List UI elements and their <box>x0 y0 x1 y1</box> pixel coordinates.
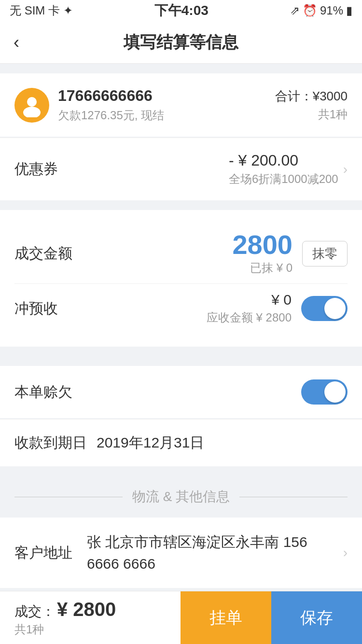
svg-point-0 <box>27 97 37 107</box>
coupon-label: 优惠券 <box>14 159 58 179</box>
round-button[interactable]: 抹零 <box>302 241 348 266</box>
duedate-section: 收款到期日 2019年12月31日 <box>0 419 362 466</box>
battery-icon: ▮ <box>346 4 352 17</box>
customer-info: 17666666666 欠款1276.35元, 现结 <box>58 87 164 123</box>
customer-phone: 17666666666 <box>58 87 164 105</box>
back-button[interactable]: ‹ <box>14 32 19 53</box>
sim-label: 无 SIM 卡 ✦ <box>10 3 73 18</box>
save-button[interactable]: 保存 <box>271 591 362 644</box>
logistics-line-right <box>239 497 348 497</box>
customer-card: 17666666666 欠款1276.35元, 现结 合计：¥3000 共1种 <box>0 73 362 137</box>
logistics-line-left <box>14 497 123 497</box>
footer-deal-label: 成交： <box>14 602 55 621</box>
debt-toggle[interactable] <box>301 379 348 405</box>
separator-2 <box>0 347 362 356</box>
page-title: 填写结算等信息 <box>124 31 238 54</box>
svg-point-1 <box>23 107 41 117</box>
amount-sub: 已抹 ¥ 0 <box>232 260 292 276</box>
section-separator <box>0 466 362 476</box>
address-value: 张 北京市市辖区海淀区永丰南 156 6666 6666 <box>87 531 343 574</box>
coupon-right: - ¥ 200.00 全场6折满1000减200 › <box>229 152 348 187</box>
coupon-discount: - ¥ 200.00 <box>229 152 338 169</box>
amount-row: 成交金额 2800 已抹 ¥ 0 抹零 <box>14 224 348 283</box>
coupon-chevron-icon: › <box>343 162 348 177</box>
footer-count: 共1种 <box>14 622 166 637</box>
logistics-header: 物流 & 其他信息 <box>0 476 362 518</box>
avatar <box>14 88 49 123</box>
debt-toggle-knob <box>324 381 346 403</box>
customer-total: 合计：¥3000 共1种 <box>275 88 348 122</box>
footer-info: 成交： ¥ 2800 共1种 <box>0 599 181 637</box>
coupon-description: 全场6折满1000减200 <box>229 171 338 187</box>
debt-label: 本单赊欠 <box>14 382 72 402</box>
status-time: 下午4:03 <box>154 1 209 20</box>
duedate-value: 2019年12月31日 <box>97 433 204 453</box>
location-icon: ⇗ <box>290 4 300 17</box>
total-label: 合计：¥3000 <box>275 88 348 105</box>
prereceive-row: 冲预收 ¥ 0 应收金额 ¥ 2800 <box>14 283 348 333</box>
battery-label: 91% <box>320 4 343 17</box>
footer: 成交： ¥ 2800 共1种 挂单 保存 <box>0 591 362 644</box>
amount-value-wrap: 2800 已抹 ¥ 0 抹零 <box>232 231 348 276</box>
hold-button[interactable]: 挂单 <box>181 591 271 644</box>
toggle-knob <box>324 298 346 319</box>
address-chevron-icon: › <box>343 545 348 560</box>
duedate-label: 收款到期日 <box>14 433 87 453</box>
amount-label: 成交金额 <box>14 244 72 264</box>
coupon-row[interactable]: 优惠券 - ¥ 200.00 全场6折满1000减200 › <box>0 138 362 200</box>
separator-1 <box>0 200 362 210</box>
prereceive-value: ¥ 0 应收金额 ¥ 2800 <box>207 292 292 325</box>
prereceive-label: 冲预收 <box>14 299 58 319</box>
prereceive-right: ¥ 0 应收金额 ¥ 2800 <box>207 292 348 325</box>
amount-section: 成交金额 2800 已抹 ¥ 0 抹零 冲预收 ¥ 0 应收金额 ¥ 2800 <box>0 210 362 347</box>
customer-debt: 欠款1276.35元, 现结 <box>58 108 164 123</box>
prereceive-sub: 应收金额 ¥ 2800 <box>207 310 292 325</box>
total-count: 共1种 <box>275 107 348 122</box>
address-row[interactable]: 客户地址 张 北京市市辖区海淀区永丰南 156 6666 6666 › <box>0 518 362 588</box>
footer-amount: ¥ 2800 <box>57 599 116 620</box>
status-left: 无 SIM 卡 ✦ <box>10 3 73 18</box>
logistics-title: 物流 & 其他信息 <box>132 488 230 506</box>
customer-left: 17666666666 欠款1276.35元, 现结 <box>14 87 164 123</box>
status-right: ⇗ ⏰ 91% ▮ <box>290 4 352 17</box>
prereceive-toggle[interactable] <box>301 296 348 321</box>
address-label: 客户地址 <box>14 543 72 563</box>
nav-bar: ‹ 填写结算等信息 <box>0 21 362 64</box>
amount-number: 2800 <box>232 231 292 258</box>
debt-section: 本单赊欠 <box>0 366 362 418</box>
status-bar: 无 SIM 卡 ✦ 下午4:03 ⇗ ⏰ 91% ▮ <box>0 0 362 21</box>
prereceive-amount: ¥ 0 <box>207 292 292 308</box>
alarm-icon: ⏰ <box>303 4 317 17</box>
